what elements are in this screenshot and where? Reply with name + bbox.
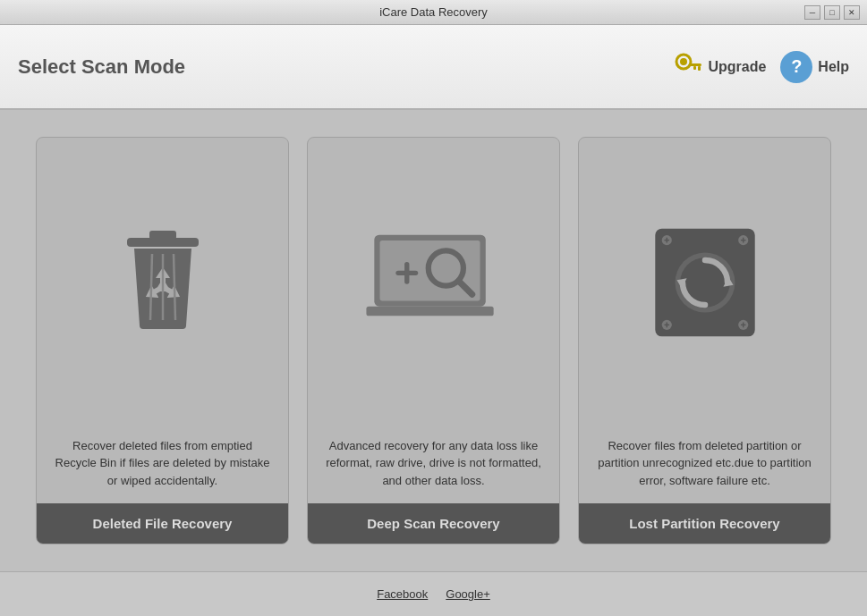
header: Select Scan Mode Upgrade ? Help	[0, 25, 867, 110]
recycle-bin-icon	[91, 138, 234, 428]
facebook-link[interactable]: Facebook	[377, 587, 428, 601]
page-title: Select Scan Mode	[18, 55, 674, 79]
header-actions: Upgrade ? Help	[674, 51, 849, 83]
help-label: Help	[818, 59, 849, 75]
svg-rect-12	[366, 307, 493, 316]
cards-row: Recover deleted files from emptied Recyc…	[36, 137, 831, 544]
lost-partition-description: Recover files from deleted partition or …	[579, 428, 830, 504]
svg-rect-14	[404, 262, 409, 284]
upgrade-action[interactable]: Upgrade	[674, 53, 766, 81]
svg-point-1	[680, 58, 687, 65]
svg-rect-6	[149, 231, 176, 240]
deleted-file-description: Recover deleted files from emptied Recyc…	[37, 428, 288, 504]
svg-rect-3	[698, 66, 701, 71]
deep-scan-button[interactable]: Deep Scan Recovery	[308, 503, 559, 544]
main-content: Recover deleted files from emptied Recyc…	[0, 110, 867, 571]
window-controls: ─ □ ✕	[804, 5, 860, 20]
help-action[interactable]: ? Help	[780, 51, 849, 83]
close-button[interactable]: ✕	[844, 5, 860, 20]
key-icon	[674, 53, 702, 81]
upgrade-label: Upgrade	[708, 59, 766, 75]
deep-scan-card[interactable]: Advanced recovery for any data loss like…	[307, 137, 560, 544]
hdd-icon	[629, 138, 781, 428]
svg-rect-2	[689, 63, 701, 66]
deep-scan-description: Advanced recovery for any data loss like…	[308, 428, 559, 504]
app-title: iCare Data Recovery	[379, 5, 488, 19]
minimize-button[interactable]: ─	[804, 5, 820, 20]
googleplus-link[interactable]: Google+	[446, 587, 490, 601]
maximize-button[interactable]: □	[824, 5, 840, 20]
deleted-file-card[interactable]: Recover deleted files from emptied Recyc…	[36, 137, 289, 544]
lost-partition-button[interactable]: Lost Partition Recovery	[579, 503, 830, 544]
laptop-search-icon	[344, 138, 523, 428]
lost-partition-card[interactable]: Recover files from deleted partition or …	[578, 137, 831, 544]
question-icon: ?	[780, 51, 812, 83]
deleted-file-button[interactable]: Deleted File Recovery	[37, 503, 288, 544]
title-bar: iCare Data Recovery ─ □ ✕	[0, 0, 867, 25]
svg-rect-4	[693, 66, 696, 70]
footer: Facebook Google+	[0, 571, 867, 616]
